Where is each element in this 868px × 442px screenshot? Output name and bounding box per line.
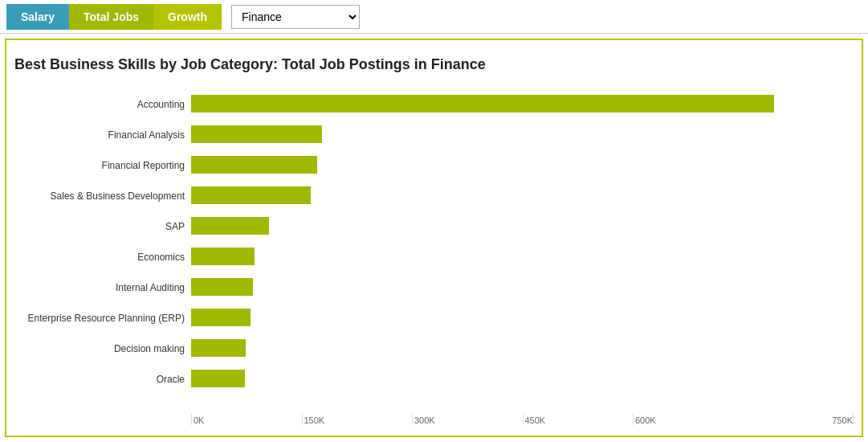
x-tick: 0K [191,414,302,425]
bar-fill [191,339,246,357]
bar-row: Sales & Business Development [14,181,854,211]
chart-container: Best Business Skills by Job Category: To… [5,39,863,437]
bar-fill [191,217,269,235]
bar-label: Accounting [14,99,191,110]
bar-track [191,95,854,114]
bar-chart: AccountingFinancial AnalysisFinancial Re… [14,89,854,411]
bar-fill [191,125,322,143]
bar-track [191,217,854,236]
bar-fill [191,156,317,174]
x-tick: 300K [412,414,523,425]
x-tick: 450K [523,414,634,425]
bar-fill [191,248,255,265]
category-dropdown-wrapper: FinanceTechnologyHealthcareMarketing [231,5,360,29]
x-tick: 150K [302,414,413,425]
x-tick: 600K [633,414,744,425]
bar-track [191,309,854,328]
bar-label: Economics [14,252,191,263]
bar-track [191,156,854,175]
bar-fill [191,186,311,204]
bar-fill [191,95,774,113]
bar-row: Internal Auditing [14,272,854,303]
bar-row: Financial Reporting [14,150,854,181]
bar-fill [191,278,253,296]
bar-fill [191,370,245,387]
bar-track [191,125,854,145]
bar-fill [191,309,251,326]
bar-label: Sales & Business Development [14,190,191,202]
bar-label: SAP [14,221,191,232]
bar-track [191,248,854,267]
bar-row: Financial Analysis [14,120,854,150]
tab-salary[interactable]: Salary [6,4,69,30]
bar-label: Enterprise Resource Planning (ERP) [14,313,191,324]
tab-total-jobs[interactable]: Total Jobs [69,4,153,30]
bar-track [191,278,854,297]
bar-label: Internal Auditing [14,282,191,293]
category-dropdown[interactable]: FinanceTechnologyHealthcareMarketing [231,5,360,29]
top-bar: Salary Total Jobs Growth FinanceTechnolo… [0,0,868,34]
bar-track [191,339,854,358]
bar-row: SAP [14,211,854,242]
bar-row: Decision making [14,334,854,364]
chart-title: Best Business Skills by Job Category: To… [14,56,854,73]
bar-label: Financial Analysis [14,129,191,141]
bar-label: Decision making [14,343,191,354]
bar-row: Accounting [14,89,854,120]
tab-growth[interactable]: Growth [153,4,222,30]
bar-row: Oracle [14,364,854,395]
bar-track [191,370,854,389]
bar-label: Oracle [14,374,191,385]
bar-track [191,186,854,206]
bar-row: Economics [14,242,854,272]
x-axis: 0K150K300K450K600K750K [191,414,854,425]
bar-label: Financial Reporting [14,160,191,171]
x-tick: 750K [744,414,854,425]
bar-row: Enterprise Resource Planning (ERP) [14,303,854,334]
